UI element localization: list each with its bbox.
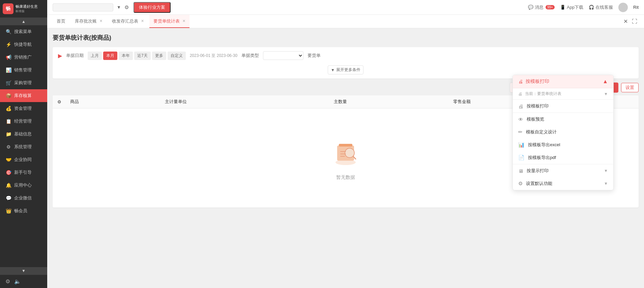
newbie-icon: 🎯 bbox=[5, 170, 11, 175]
sidebar-item-enterprise-wechat-label: 企业微信 bbox=[14, 195, 32, 201]
tab-home-label: 首页 bbox=[57, 18, 65, 24]
sidebar-volume-icon[interactable]: 🔈 bbox=[14, 278, 21, 285]
dropdown-item-template-print[interactable]: 🖨 按模板打印 bbox=[513, 100, 613, 113]
sidebar-item-system-label: 系统管理 bbox=[14, 144, 32, 150]
type-filter bbox=[263, 51, 303, 60]
sidebar-item-enterprise-label: 企业协同 bbox=[14, 157, 32, 163]
sidebar-item-operations-label: 经营管理 bbox=[14, 118, 32, 124]
sidebar-item-finance[interactable]: 💰 资金管理 bbox=[0, 102, 47, 115]
tab-order-stats-close[interactable]: ✕ bbox=[182, 19, 185, 23]
display-print-label: 按显示打印 bbox=[527, 168, 549, 174]
sidebar-item-base-info[interactable]: 📁 基础信息 bbox=[0, 128, 47, 140]
sidebar-item-purchase-label: 采购管理 bbox=[14, 80, 32, 86]
username: Rit bbox=[633, 5, 639, 10]
topbar-gear-icon[interactable]: ⚙ bbox=[124, 4, 129, 10]
dropdown-item-set-default[interactable]: ⚙ 设置默认功能 ▼ bbox=[513, 177, 613, 190]
goods-filter-label: 要货单 bbox=[308, 53, 321, 59]
sidebar-item-operations[interactable]: 📋 经营管理 bbox=[0, 115, 47, 128]
date-btn-more[interactable]: 更多 bbox=[152, 52, 166, 60]
sidebar-item-purchase[interactable]: 🛒 采购管理 bbox=[0, 76, 47, 89]
maximize-icon[interactable]: ⛶ bbox=[631, 19, 639, 25]
sidebar-item-member[interactable]: 👑 畅会员 bbox=[0, 204, 47, 217]
close-all-tabs-icon[interactable]: ✕ bbox=[622, 18, 629, 25]
sidebar-item-search[interactable]: 🔍 搜索菜单 bbox=[0, 25, 47, 38]
date-btn-7days[interactable]: 近7天 bbox=[134, 52, 151, 60]
set-default-icon: ⚙ bbox=[518, 181, 523, 187]
tab-collection-summary-label: 收发存汇总表 bbox=[112, 18, 138, 24]
dropdown-item-export-excel[interactable]: 📊 按模板导出excel bbox=[513, 138, 613, 151]
tab-batch-account-label: 库存批次账 bbox=[75, 18, 97, 24]
marketing-icon: 📢 bbox=[5, 55, 11, 60]
date-btn-current-month[interactable]: 本月 bbox=[103, 52, 117, 60]
date-btn-custom[interactable]: 自定义 bbox=[168, 52, 186, 60]
tabs-bar: 首页 库存批次账 ✕ 收发存汇总表 ✕ 要货单统计表 ✕ ✕ ⛶ bbox=[47, 15, 644, 28]
sidebar-item-app-center[interactable]: 🔔 应用中心 bbox=[0, 179, 47, 192]
tab-order-stats[interactable]: 要货单统计表 ✕ bbox=[149, 15, 189, 28]
system-icon: ⚙ bbox=[5, 144, 11, 150]
dropdown-item-template-preview[interactable]: 👁 模板预览 bbox=[513, 113, 613, 126]
logo-area: 畅 畅康通好生意 标准版 bbox=[0, 0, 47, 18]
dropdown-title-text: 按模板打印 bbox=[526, 78, 549, 85]
settings-gear-icon[interactable]: ⚙ bbox=[5, 278, 10, 285]
settings-button[interactable]: 设置 bbox=[621, 83, 639, 92]
expand-label: 展开更多条件 bbox=[336, 67, 360, 73]
sidebar-item-quick-nav-label: 快捷导航 bbox=[14, 41, 32, 47]
sidebar-item-quick-nav[interactable]: ⚡ 快捷导航 bbox=[0, 38, 47, 51]
logo-text-area: 畅康通好生意 标准版 bbox=[16, 4, 38, 13]
topbar-actions: 💬 消息 99+ 📱 App下载 🎧 在线客服 Rit bbox=[528, 3, 639, 12]
app-name: 畅康通好生意 bbox=[16, 4, 38, 9]
current-arrow: ▼ bbox=[604, 92, 608, 96]
dropdown-item-template-custom[interactable]: ✏ 模板自定义设计 bbox=[513, 126, 613, 138]
sidebar-item-search-label: 搜索菜单 bbox=[14, 29, 32, 35]
sidebar-item-newbie[interactable]: 🎯 新手引导 bbox=[0, 166, 47, 179]
filter-row: ▶ 单据日期 上月 本月 本年 近7天 更多 自定义 2023-06-01 至 … bbox=[58, 51, 633, 60]
date-btn-current-year[interactable]: 本年 bbox=[119, 52, 133, 60]
filter-card: ▶ 单据日期 上月 本月 本年 近7天 更多 自定义 2023-06-01 至 … bbox=[53, 47, 639, 78]
export-pdf-icon: 📄 bbox=[518, 155, 525, 161]
finance-icon: 💰 bbox=[5, 106, 11, 111]
sidebar-item-inventory[interactable]: 📦 库存核算 bbox=[0, 89, 47, 102]
avatar[interactable] bbox=[618, 3, 628, 12]
topbar-dropdown[interactable]: ▼ bbox=[117, 5, 121, 10]
expand-more-btn[interactable]: ▼ 展开更多条件 bbox=[328, 65, 363, 74]
topbar-search-input[interactable] bbox=[53, 3, 113, 11]
template-custom-icon: ✏ bbox=[518, 129, 523, 135]
enterprise-wechat-icon: 💬 bbox=[5, 195, 11, 201]
page-title: 要货单统计表(按商品) bbox=[53, 34, 639, 42]
member-icon: 👑 bbox=[5, 208, 11, 214]
item-left: ✏ 模板自定义设计 bbox=[518, 129, 557, 135]
sidebar-scroll-up[interactable]: ▲ bbox=[0, 18, 47, 25]
tab-batch-account-close[interactable]: ✕ bbox=[99, 19, 103, 23]
col-settings[interactable]: ⚙ bbox=[53, 95, 66, 108]
trial-button[interactable]: 体验行业方案 bbox=[134, 2, 171, 13]
sidebar-item-sales[interactable]: 📊 销售管理 bbox=[0, 64, 47, 76]
app-badge: 标准版 bbox=[16, 9, 38, 13]
sidebar-scroll-down[interactable]: ▼ bbox=[0, 267, 47, 275]
sidebar-item-enterprise-wechat[interactable]: 💬 企业微信 bbox=[0, 192, 47, 204]
dropdown-close-icon[interactable]: ▲ bbox=[603, 78, 608, 85]
sidebar: 畅 畅康通好生意 标准版 ▲ 🔍 搜索菜单 ⚡ 快捷导航 📢 营销推广 📊 销售… bbox=[0, 0, 47, 288]
dropdown-item-export-pdf[interactable]: 📄 按模板导出pdf bbox=[513, 151, 613, 164]
tab-home[interactable]: 首页 bbox=[53, 15, 69, 28]
sidebar-item-marketing[interactable]: 📢 营销推广 bbox=[0, 51, 47, 64]
message-action[interactable]: 💬 消息 99+ bbox=[528, 4, 555, 10]
topbar: ▼ ⚙ 体验行业方案 💬 消息 99+ 📱 App下载 🎧 在线客服 Rit bbox=[47, 0, 644, 15]
set-default-arrow: ▼ bbox=[604, 181, 608, 186]
date-range-display: 2023-06-01 至 2023-06-30 bbox=[190, 53, 237, 59]
app-download-action[interactable]: 📱 App下载 bbox=[560, 4, 583, 10]
tab-batch-account[interactable]: 库存批次账 ✕ bbox=[71, 15, 107, 28]
export-pdf-label: 按模板导出pdf bbox=[528, 155, 556, 161]
filter-expand-icon[interactable]: ▶ bbox=[58, 53, 62, 59]
type-select[interactable] bbox=[263, 51, 303, 60]
sidebar-item-enterprise[interactable]: 🤝 企业协同 bbox=[0, 153, 47, 166]
tab-collection-summary[interactable]: 收发存汇总表 ✕ bbox=[108, 15, 148, 28]
online-service-action[interactable]: 🎧 在线客服 bbox=[589, 4, 613, 10]
tab-collection-summary-close[interactable]: ✕ bbox=[141, 19, 144, 23]
online-service-label: 在线客服 bbox=[595, 4, 613, 10]
tab-order-stats-label: 要货单统计表 bbox=[153, 18, 180, 24]
date-btn-last-month[interactable]: 上月 bbox=[88, 52, 102, 60]
dropdown-item-display-print[interactable]: 🖥 按显示打印 ▼ bbox=[513, 164, 613, 177]
item-left: 👁 模板预览 bbox=[518, 116, 544, 122]
sidebar-item-system[interactable]: ⚙ 系统管理 bbox=[0, 140, 47, 153]
template-print-icon: 🖨 bbox=[518, 103, 523, 109]
